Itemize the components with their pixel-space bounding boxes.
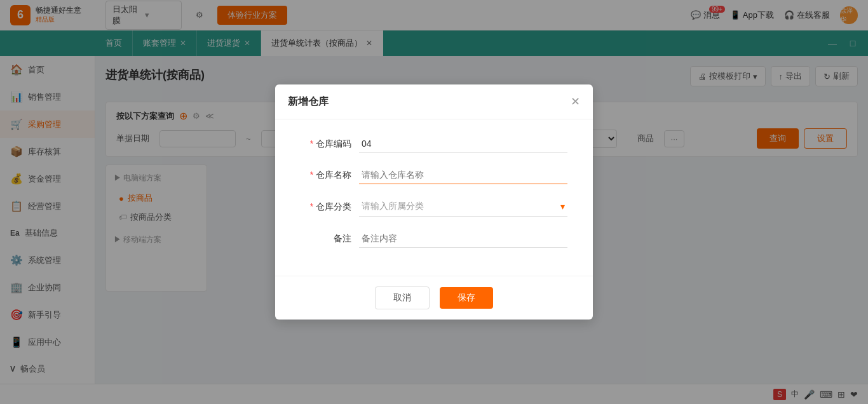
warehouse-note-row: 备注 <box>301 229 567 248</box>
warehouse-name-input[interactable] <box>359 166 567 184</box>
warehouse-note-label: 备注 <box>301 233 351 245</box>
warehouse-category-label: 仓库分类 <box>301 201 351 213</box>
category-chevron-icon: ▾ <box>560 201 565 212</box>
dialog-body: 仓库编码 仓库名称 仓库分类 请输入所属分类 ▾ 备注 <box>275 119 593 276</box>
modal-overlay: 新增仓库 ✕ 仓库编码 仓库名称 仓库分类 请输入所属分类 ▾ 备注 <box>0 0 868 404</box>
warehouse-note-input[interactable] <box>359 229 567 248</box>
add-warehouse-dialog: 新增仓库 ✕ 仓库编码 仓库名称 仓库分类 请输入所属分类 ▾ 备注 <box>275 84 593 320</box>
cancel-button[interactable]: 取消 <box>375 286 430 309</box>
warehouse-category-select[interactable]: 请输入所属分类 ▾ <box>359 197 567 217</box>
warehouse-code-label: 仓库编码 <box>301 138 351 150</box>
category-placeholder: 请输入所属分类 <box>362 201 424 212</box>
dialog-title: 新增仓库 <box>288 95 329 109</box>
dialog-close-button[interactable]: ✕ <box>571 95 580 109</box>
warehouse-name-row: 仓库名称 <box>301 166 567 184</box>
warehouse-code-input[interactable] <box>359 135 567 153</box>
dialog-footer: 取消 保存 <box>275 276 593 320</box>
dialog-header: 新增仓库 ✕ <box>275 84 593 119</box>
warehouse-category-row: 仓库分类 请输入所属分类 ▾ <box>301 197 567 217</box>
warehouse-name-label: 仓库名称 <box>301 170 351 181</box>
warehouse-code-row: 仓库编码 <box>301 135 567 153</box>
save-button[interactable]: 保存 <box>440 287 493 309</box>
